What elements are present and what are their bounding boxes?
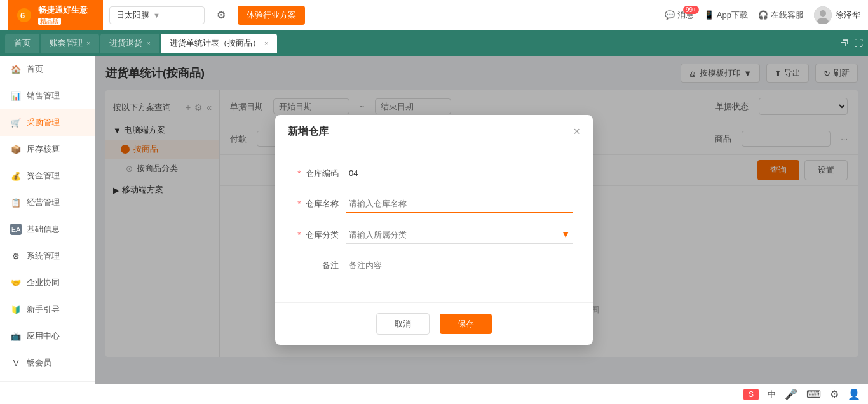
- code-label-text: 仓库编码: [306, 168, 339, 178]
- modal-header: 新增仓库 ×: [275, 115, 593, 149]
- message-btn[interactable]: 💬 消息 99+: [665, 10, 694, 21]
- logo-text-area: 畅捷通好生意 精品版: [38, 4, 88, 26]
- bottom-user-icon[interactable]: 👤: [848, 388, 860, 400]
- cn-icon[interactable]: 中: [768, 389, 776, 400]
- sidebar-item-inventory-label: 库存核算: [27, 144, 60, 155]
- user-info[interactable]: 徐泽华: [814, 6, 860, 24]
- note-input[interactable]: [346, 257, 573, 274]
- collab-icon: 🤝: [10, 277, 22, 288]
- member-icon: V: [10, 357, 22, 368]
- new-warehouse-modal: 新增仓库 × * 仓库编码 *: [275, 115, 593, 345]
- bottom-settings-icon[interactable]: ⚙: [830, 388, 839, 400]
- header-right: 💬 消息 99+ 📱 App下载 🎧 在线客服 徐泽华: [665, 6, 860, 24]
- tab-home-label: 首页: [14, 37, 31, 49]
- category-input[interactable]: [349, 230, 561, 239]
- sidebar-item-operations[interactable]: 📋 经营管理: [0, 189, 95, 216]
- store-name: 日太阳膜: [116, 10, 149, 21]
- tab-bar: 首页 账套管理 × 进货退货 × 进货单统计表（按商品） × 🗗 ⛶: [0, 30, 868, 56]
- finance-icon: 💰: [10, 170, 22, 182]
- note-label-text: 备注: [322, 260, 339, 270]
- svg-text:6: 6: [20, 11, 25, 20]
- tab-restore-btn[interactable]: 🗗: [840, 38, 849, 48]
- keyboard-icon[interactable]: ⌨: [806, 388, 821, 400]
- sidebar-item-collab[interactable]: 🤝 企业协同: [0, 269, 95, 296]
- cancel-button[interactable]: 取消: [376, 313, 430, 335]
- tab-purchase-return-close[interactable]: ×: [146, 39, 150, 47]
- store-selector[interactable]: 日太阳膜 ▼: [109, 6, 205, 24]
- sidebar-item-system[interactable]: ⚙ 系统管理: [0, 243, 95, 269]
- sidebar-item-guide[interactable]: 🔰 新手引导: [0, 296, 95, 323]
- modal-overlay[interactable]: 新增仓库 × * 仓库编码 *: [95, 56, 868, 404]
- sidebar-item-finance-label: 资金管理: [27, 170, 60, 182]
- sidebar-item-purchase[interactable]: 🛒 采购管理: [0, 109, 95, 136]
- sidebar-item-apps-label: 应用中心: [27, 330, 60, 342]
- code-label: * 仓库编码: [295, 168, 346, 179]
- sidebar-item-member[interactable]: V 畅会员: [0, 349, 95, 376]
- modal-footer: 取消 保存: [275, 302, 593, 345]
- sidebar-item-member-label: 畅会员: [27, 357, 51, 368]
- tab-purchase-stat[interactable]: 进货单统计表（按商品） ×: [161, 34, 277, 53]
- logo-main-text: 畅捷通好生意: [38, 4, 88, 16]
- sidebar-item-apps[interactable]: 📺 应用中心: [0, 323, 95, 349]
- category-select-row: ▼: [346, 226, 573, 244]
- tab-purchase-return[interactable]: 进货退货 ×: [100, 34, 159, 53]
- modal-body: * 仓库编码 * 仓库名称: [275, 149, 593, 302]
- sidebar-item-basic-info[interactable]: EA 基础信息: [0, 216, 95, 243]
- sidebar-item-sales[interactable]: 📊 销售管理: [0, 83, 95, 109]
- content-area: 进货单统计(按商品) 🖨 按模板打印 ▼ ⬆ 导出 ↻ 刷新: [95, 56, 868, 404]
- sidebar-item-operations-label: 经营管理: [27, 197, 60, 208]
- sidebar-item-finance[interactable]: 💰 资金管理: [0, 163, 95, 189]
- svg-point-3: [820, 10, 826, 17]
- tab-account-label: 账套管理: [50, 37, 83, 49]
- name-required: *: [297, 199, 301, 208]
- main-layout: 🏠 首页 📊 销售管理 🛒 采购管理 📦 库存核算 💰 资金管理 📋 经营管理 …: [0, 56, 868, 404]
- trial-button[interactable]: 体验行业方案: [238, 6, 305, 25]
- mic-icon[interactable]: 🎤: [785, 388, 797, 400]
- home-icon: 🏠: [10, 64, 22, 75]
- operations-icon: 📋: [10, 197, 22, 208]
- modal-title: 新增仓库: [288, 125, 329, 138]
- sidebar-item-guide-label: 新手引导: [27, 304, 60, 315]
- settings-icon[interactable]: ⚙: [211, 5, 231, 25]
- form-row-category: * 仓库分类 ▼: [295, 226, 573, 244]
- sidebar-item-home[interactable]: 🏠 首页: [0, 56, 95, 83]
- form-row-name: * 仓库名称: [295, 195, 573, 213]
- category-label: * 仓库分类: [295, 229, 346, 241]
- message-badge: 99+: [683, 6, 699, 14]
- sales-icon: 📊: [10, 90, 22, 102]
- guide-icon: 🔰: [10, 304, 22, 315]
- name-input[interactable]: [346, 195, 573, 213]
- name-label: * 仓库名称: [295, 198, 346, 210]
- message-icon: 💬: [665, 10, 675, 20]
- apps-icon: 📺: [10, 330, 22, 342]
- inventory-icon: 📦: [10, 144, 22, 155]
- phone-icon: 📱: [704, 10, 714, 20]
- tab-purchase-stat-close[interactable]: ×: [264, 39, 268, 47]
- modal-close-btn[interactable]: ×: [573, 125, 580, 138]
- form-row-code: * 仓库编码: [295, 165, 573, 182]
- sidebar-item-inventory[interactable]: 📦 库存核算: [0, 136, 95, 163]
- category-label-text: 仓库分类: [306, 230, 339, 239]
- category-dropdown-arrow[interactable]: ▼: [561, 229, 570, 239]
- user-name: 徐泽华: [836, 10, 860, 21]
- bottom-bar: S 中 🎤 ⌨ ⚙ 👤: [0, 384, 868, 404]
- tab-account-close[interactable]: ×: [86, 39, 90, 47]
- sidebar-item-basic-info-label: 基础信息: [27, 224, 60, 235]
- tab-account[interactable]: 账套管理 ×: [41, 34, 99, 53]
- avatar: [814, 6, 832, 24]
- save-button[interactable]: 保存: [440, 314, 492, 334]
- tab-home[interactable]: 首页: [5, 34, 39, 53]
- sidebar-item-home-label: 首页: [27, 64, 43, 75]
- name-label-text: 仓库名称: [306, 199, 339, 208]
- logo-icon: 6: [14, 5, 34, 25]
- brand-s-icon[interactable]: S: [743, 389, 759, 400]
- code-input[interactable]: [346, 165, 573, 182]
- tab-purchase-return-label: 进货退货: [109, 37, 142, 49]
- online-service-btn[interactable]: 🎧 在线客服: [758, 10, 804, 21]
- form-row-note: 备注: [295, 257, 573, 274]
- tab-expand-btn[interactable]: ⛶: [854, 38, 863, 48]
- app-download-btn[interactable]: 📱 App下载: [704, 10, 748, 21]
- tab-bar-controls: 🗗 ⛶: [840, 38, 863, 48]
- purchase-icon: 🛒: [10, 117, 22, 128]
- note-label: 备注: [295, 260, 346, 271]
